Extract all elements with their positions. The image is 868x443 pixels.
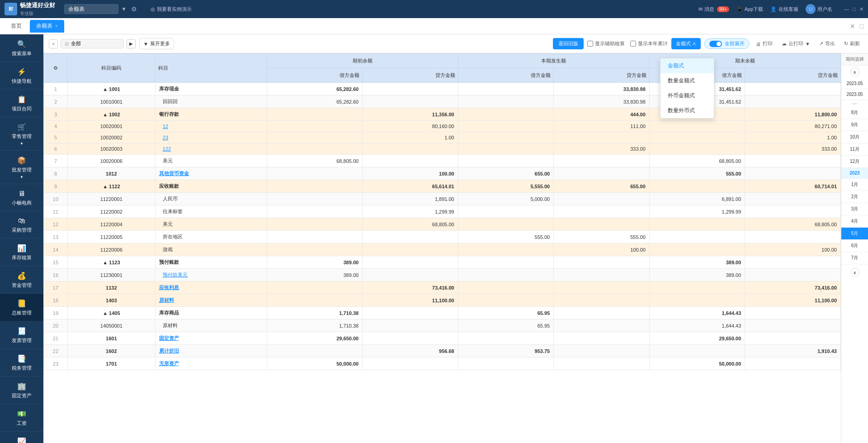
table-row-code-10: 11220002: [67, 205, 155, 218]
sidebar-item-operations[interactable]: 📈 经营管理: [0, 432, 43, 443]
table-row-subject-4[interactable]: 23: [155, 132, 267, 143]
expand-more-btn[interactable]: ▼ 展开更多: [139, 38, 174, 49]
period-aug[interactable]: 8月: [841, 107, 868, 119]
period-may-active[interactable]: 5月: [841, 228, 868, 240]
assistant-check[interactable]: [587, 41, 593, 47]
format-dropdown-btn[interactable]: 金额式 ∧: [671, 38, 701, 49]
sidebar-item-project[interactable]: 📋 项目合同: [0, 90, 43, 117]
period-nav-down-area: ∨: [841, 266, 868, 279]
cloud-print-btn[interactable]: ☁ 云打印 ▼: [779, 38, 813, 49]
maximize-btn[interactable]: □: [853, 6, 856, 12]
table-row-subject-21[interactable]: 累计折旧: [155, 345, 267, 357]
online-service-btn[interactable]: 👤 在线客服: [770, 6, 798, 13]
sidebar-item-tax[interactable]: 📑 税务管理: [0, 349, 43, 376]
print-btn[interactable]: 🖨 打印: [753, 38, 775, 49]
expand-all-label: 全部展开: [725, 40, 745, 47]
nav-back-btn[interactable]: ＜: [49, 39, 58, 48]
period-jan[interactable]: 1月: [841, 179, 868, 191]
table-row-subject-16[interactable]: 应收利息: [155, 281, 267, 294]
panel-close-btn[interactable]: ✕: [850, 23, 855, 30]
nav-forward-btn[interactable]: ▶: [127, 39, 136, 48]
period-2023-05-to[interactable]: 2023.05: [841, 89, 868, 100]
table-row-subject-20[interactable]: 固定资产: [155, 332, 267, 345]
table-row-ob_cr-1: [363, 95, 458, 108]
dropdown-item-currency-amount[interactable]: 外币金额式: [660, 88, 714, 103]
sidebar-item-purchase[interactable]: 🛍 采购管理: [0, 211, 43, 238]
sidebar-item-capital[interactable]: 💰 资金管理: [0, 266, 43, 294]
sidebar-item-ledger[interactable]: 📒 总账管理: [0, 294, 43, 321]
sidebar-item-assets[interactable]: 🏢 固定资产: [0, 376, 43, 404]
col-settings-header[interactable]: ⚙: [44, 54, 68, 83]
ytd-check[interactable]: [630, 41, 636, 47]
period-up-btn[interactable]: ∧: [850, 67, 859, 76]
export-btn[interactable]: ↗ 导出: [816, 38, 838, 49]
period-sep[interactable]: 9月: [841, 119, 868, 131]
sidebar-item-salary[interactable]: 💵 工资: [0, 404, 43, 432]
dropdown-item-amount[interactable]: 金额式: [660, 58, 714, 73]
table-row-subject-17[interactable]: 原材料: [155, 294, 267, 307]
demo-link[interactable]: ◎ 我要看实例演示: [151, 6, 192, 13]
period-jun[interactable]: 6月: [841, 240, 868, 252]
period-down-btn[interactable]: ∨: [850, 268, 859, 277]
cloud-print-label: 云打印: [788, 40, 803, 47]
sidebar-item-inventory[interactable]: 📊 库存核算: [0, 238, 43, 266]
toggle-switch: [709, 41, 722, 47]
search-input[interactable]: [71, 41, 107, 47]
expand-all-toggle[interactable]: 全部展开: [704, 38, 750, 49]
dropdown-item-qty-currency[interactable]: 数量外币式: [660, 103, 714, 118]
table-row-subject-7[interactable]: 其他货币资金: [155, 167, 267, 180]
app-download-btn[interactable]: 📱 App下载: [736, 6, 764, 13]
user-area[interactable]: U 用户名: [806, 4, 832, 14]
table-row-subject-5[interactable]: 122: [155, 143, 267, 155]
minimize-btn[interactable]: —: [844, 6, 849, 12]
table-row-ob_cr-0: [363, 83, 458, 95]
return-old-version-btn[interactable]: 退回旧版: [553, 38, 584, 49]
search-icon-small: ◎: [65, 41, 69, 47]
title-input[interactable]: [64, 4, 118, 14]
table-container[interactable]: ⚙ 科目编码 科目 期初余额 本期发生额 期末余额 借方金额 贷方金额 借方金额…: [43, 53, 841, 443]
period-mar[interactable]: 3月: [841, 203, 868, 215]
table-row-subject-3[interactable]: 12: [155, 121, 267, 132]
table-row-subject-22[interactable]: 无形资产: [155, 357, 267, 370]
table-row-ob_dr-22: 50,000.00: [267, 357, 363, 370]
sidebar-item-invoice[interactable]: 🧾 发票管理: [0, 321, 43, 349]
table-row-pd_dr-4: [458, 132, 554, 143]
period-nav-up[interactable]: ∧: [841, 66, 868, 78]
sidebar-item-quicknav[interactable]: ⚡ 快捷导航: [0, 62, 43, 90]
period-2023-05-from[interactable]: 2023.05: [841, 78, 868, 89]
period-apr[interactable]: 4月: [841, 215, 868, 228]
dropdown-arrow-icon[interactable]: ▼: [121, 6, 127, 12]
table-row-cb_dr-19: 1,644.43: [649, 319, 745, 332]
table-row-ob_cr-12: [363, 231, 458, 243]
dropdown-item-qty-amount[interactable]: 数量金额式: [660, 73, 714, 88]
settings-icon[interactable]: ⚙: [131, 5, 137, 13]
period-nov[interactable]: 11月: [841, 143, 868, 156]
tab-home[interactable]: 首页: [5, 20, 28, 33]
sidebar-item-search[interactable]: 🔍 搜索菜单: [0, 34, 43, 62]
table-row-ob_dr-20: 29,650.00: [267, 332, 363, 345]
sidebar-item-retail[interactable]: 🛒 零售管理 ▼: [0, 117, 43, 151]
table-row-pd_dr-14: [458, 256, 554, 269]
close-btn[interactable]: ✕: [859, 6, 863, 12]
export-icon: ↗: [819, 41, 823, 47]
table-row-ob_dr-0: 65,282.60: [267, 83, 363, 95]
table-row-code-21: 1602: [67, 345, 155, 357]
table-row-subject-15[interactable]: 预付款美元: [155, 269, 267, 281]
show-ytd-checkbox[interactable]: 显示本年累计: [630, 40, 668, 47]
period-dec[interactable]: 12月: [841, 156, 868, 168]
panel-toggle-btn[interactable]: □: [860, 23, 863, 30]
tab-balance[interactable]: 余额表 ×: [30, 20, 64, 33]
table-row-ob_cr-7: 100.00: [363, 167, 458, 180]
period-feb[interactable]: 2月: [841, 191, 868, 203]
table-row-ob_cr-16: 73,416.00: [363, 281, 458, 294]
table-row-no-13: 14: [44, 243, 68, 256]
sidebar-item-wholesale[interactable]: 📦 批发管理 ▼: [0, 151, 43, 184]
refresh-btn[interactable]: ↻ 刷新: [841, 38, 863, 49]
table-row-ob_dr-5: [267, 143, 363, 155]
message-btn[interactable]: ✉ 消息 99+: [698, 6, 729, 13]
sidebar-item-ecommerce[interactable]: 🖥 小畅电商: [0, 184, 43, 211]
period-jul[interactable]: 7月: [841, 252, 868, 264]
period-oct[interactable]: 10月: [841, 131, 868, 143]
show-assistant-checkbox[interactable]: 显示辅助核算: [587, 40, 625, 47]
tab-close-icon[interactable]: ×: [55, 24, 58, 29]
